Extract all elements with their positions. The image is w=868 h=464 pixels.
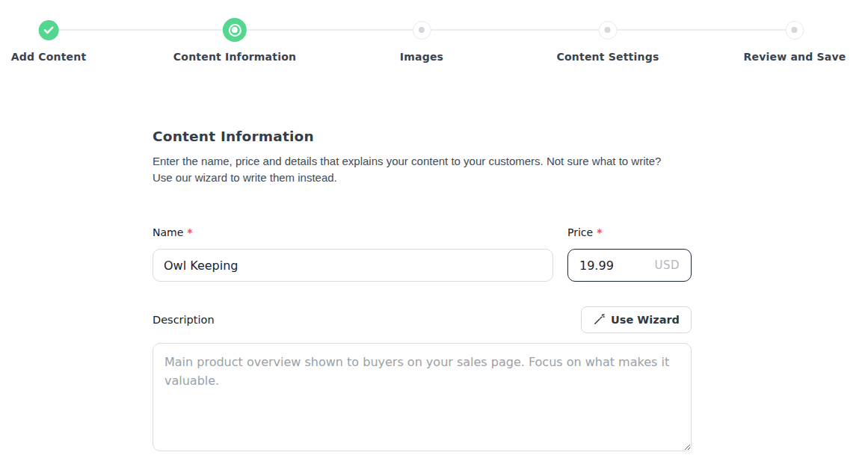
price-input[interactable] <box>579 259 632 273</box>
step-label: Content Settings <box>557 51 659 63</box>
page-title: Content Information <box>153 127 692 146</box>
step-completed-check-icon <box>38 20 58 40</box>
section-description: Enter the name, price and details that e… <box>153 153 676 186</box>
step-review-and-save[interactable]: Review and Save <box>744 18 846 63</box>
description-label: Description <box>153 314 215 326</box>
step-upcoming-dot-icon <box>786 21 804 40</box>
required-asterisk: * <box>597 226 602 238</box>
content-information-form: Content Information Enter the name, pric… <box>153 127 692 454</box>
step-images[interactable]: Images <box>400 18 443 63</box>
required-asterisk: * <box>187 226 192 238</box>
currency-label: USD <box>654 259 680 272</box>
step-active-indicator-icon <box>223 18 247 42</box>
step-upcoming-dot-icon <box>599 21 618 40</box>
step-content-information[interactable]: Content Information <box>173 18 296 63</box>
description-textarea[interactable] <box>153 343 692 451</box>
step-label: Add Content <box>11 51 87 63</box>
step-add-content[interactable]: Add Content <box>11 18 87 63</box>
magic-wand-icon <box>593 314 605 326</box>
price-label: Price* <box>567 226 692 240</box>
check-icon <box>43 26 53 34</box>
use-wizard-button[interactable]: Use Wizard <box>581 306 692 333</box>
name-label: Name* <box>153 226 553 240</box>
step-upcoming-dot-icon <box>412 21 431 40</box>
price-input-group: USD <box>567 249 692 282</box>
step-label: Content Information <box>173 51 296 63</box>
step-label: Review and Save <box>744 51 846 63</box>
use-wizard-button-label: Use Wizard <box>611 314 680 326</box>
wizard-stepper: Add Content Content Information Images C… <box>0 0 868 82</box>
step-content-settings[interactable]: Content Settings <box>557 18 659 63</box>
step-label: Images <box>400 51 443 63</box>
name-input[interactable] <box>153 249 553 282</box>
